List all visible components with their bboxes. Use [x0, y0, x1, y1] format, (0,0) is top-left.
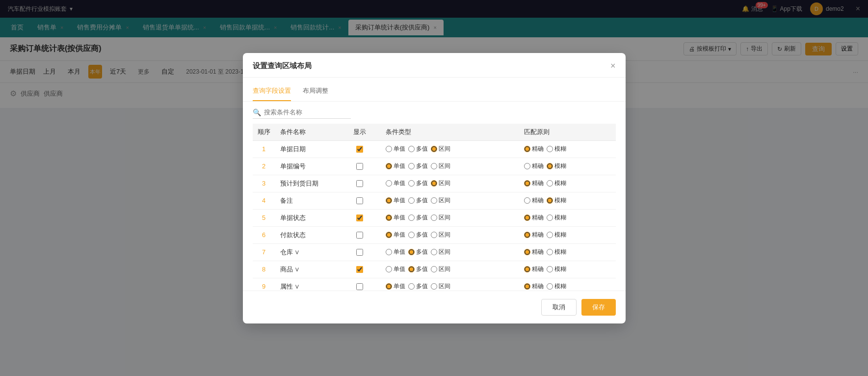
search-wrap: 🔍 — [253, 107, 351, 108]
settings-dialog: 设置查询区域布局 × 查询字段设置 布局调整 🔍 — [243, 53, 626, 108]
dialog-close-button[interactable]: × — [610, 61, 616, 71]
dialog-search-area: 🔍 — [243, 102, 626, 108]
dialog-body: 查询字段设置 布局调整 🔍 顺序 条 — [243, 78, 626, 108]
dialog-tabs: 查询字段设置 布局调整 — [243, 78, 626, 102]
dialog-overlay: 设置查询区域布局 × 查询字段设置 布局调整 🔍 — [0, 0, 868, 108]
dialog-header: 设置查询区域布局 × — [243, 53, 626, 78]
dialog-tab-layout[interactable]: 布局调整 — [303, 83, 328, 101]
dialog-tab-query[interactable]: 查询字段设置 — [253, 83, 291, 101]
dialog-title: 设置查询区域布局 — [253, 61, 312, 71]
